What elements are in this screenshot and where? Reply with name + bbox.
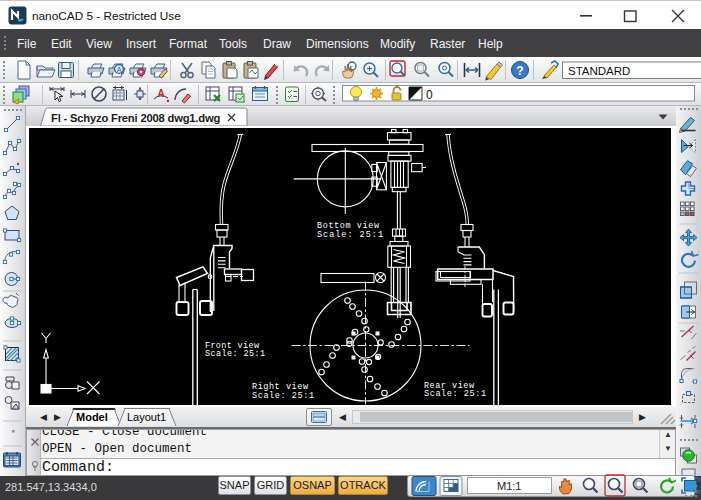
svg-text:Scale: 25:1: Scale: 25:1 <box>252 391 314 401</box>
svg-text:Scale: 25:1: Scale: 25:1 <box>424 389 486 399</box>
svg-text:STANDARD: STANDARD <box>568 65 630 77</box>
svg-text:?: ? <box>516 64 523 78</box>
svg-text:M1:1: M1:1 <box>497 480 521 492</box>
svg-text:Scale: 25:1: Scale: 25:1 <box>205 349 265 359</box>
svg-text:Scale: 25:1: Scale: 25:1 <box>317 230 383 240</box>
svg-text:0: 0 <box>426 88 433 102</box>
svg-text:A: A <box>157 88 164 99</box>
svg-text:A: A <box>117 66 122 73</box>
